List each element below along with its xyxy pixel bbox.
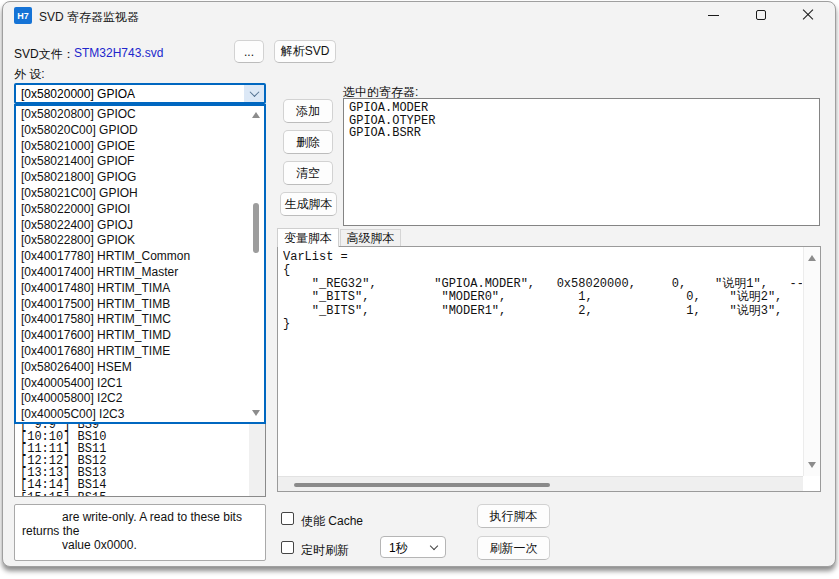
scroll-up-icon[interactable]	[808, 255, 816, 261]
peripheral-option[interactable]: [0x40017400] HRTIM_Master	[16, 265, 248, 281]
register-line: GPIOA.BSRR	[349, 127, 814, 140]
script-line: }	[283, 318, 802, 331]
generate-script-button[interactable]: 生成脚本	[280, 192, 337, 216]
app-icon: H7	[14, 7, 32, 24]
peripheral-selected-value: [0x58020000] GPIOA	[21, 87, 135, 101]
enable-cache-label: 使能 Cache	[301, 513, 363, 530]
script-content: VarList = { "_REG32", "GPIOA.MODER", 0x5…	[283, 251, 802, 475]
add-button[interactable]: 添加	[283, 99, 333, 123]
script-vertical-scrollbar[interactable]	[803, 247, 820, 476]
timed-refresh-checkbox[interactable]	[281, 541, 294, 554]
maximize-button[interactable]	[746, 4, 776, 26]
script-editor[interactable]: VarList = { "_REG32", "GPIOA.MODER", 0x5…	[277, 246, 821, 492]
register-line: GPIOA.MODER	[349, 102, 814, 115]
description-line: are write-only. A read to these bits	[22, 510, 242, 524]
peripheral-option[interactable]: [0x58022800] GPIOK	[16, 233, 248, 249]
scroll-down-icon[interactable]	[252, 410, 260, 416]
minimize-icon	[708, 15, 719, 16]
peripheral-option[interactable]: [0x40017600] HRTIM_TIMD	[16, 328, 248, 344]
bitfield-items: [ 9:9 ] BS9[10:10] BS10[11:11] BS11[12:1…	[20, 419, 106, 497]
minimize-button[interactable]	[698, 4, 728, 26]
script-horizontal-scrollbar[interactable]	[278, 476, 803, 491]
peripheral-option[interactable]: [0x58020800] GPIOC	[16, 107, 248, 123]
peripheral-option[interactable]: [0x40017500] HRTIM_TIMB	[16, 297, 248, 313]
enable-cache-checkbox[interactable]	[281, 512, 294, 525]
clear-button[interactable]: 清空	[283, 161, 333, 185]
script-line: {	[283, 264, 802, 277]
dropdown-scrollbar-thumb[interactable]	[253, 203, 259, 253]
peripheral-dropdown-items: [0x58020800] GPIOC[0x58020C00] GPIOD[0x5…	[16, 107, 248, 423]
peripheral-option[interactable]: [0x40005C00] I2C3	[16, 407, 248, 423]
description-line: value 0x0000.	[22, 538, 242, 552]
peripheral-option[interactable]: [0x58026400] HSEM	[16, 360, 248, 376]
combobox-dropdown-button[interactable]	[244, 85, 264, 102]
browse-button[interactable]: ...	[234, 40, 264, 63]
tab-variable-script[interactable]: 变量脚本	[277, 228, 339, 247]
dropdown-scrollbar[interactable]	[248, 106, 264, 422]
svd-file-name: STM32H743.svd	[74, 46, 163, 60]
scroll-up-icon[interactable]	[252, 112, 260, 118]
bitfield-description-text: are write-only. A read to these bitsretu…	[22, 510, 242, 552]
timed-refresh-label: 定时刷新	[301, 542, 349, 559]
window-title: SVD 寄存器监视器	[39, 9, 139, 26]
peripheral-option[interactable]: [0x40017580] HRTIM_TIMC	[16, 312, 248, 328]
script-horizontal-scrollbar-thumb[interactable]	[294, 483, 550, 487]
maximize-icon	[756, 10, 766, 20]
description-line: returns the	[22, 524, 242, 538]
script-line: "_BITS", "MODER0", 1, 0, "说明2", --_BITS …	[283, 291, 802, 304]
chevron-down-icon	[430, 542, 438, 550]
peripheral-option[interactable]: [0x58021800] GPIOG	[16, 170, 248, 186]
peripheral-option[interactable]: [0x40005800] I2C2	[16, 391, 248, 407]
script-line: "_REG32", "GPIOA.MODER", 0x58020000, 0, …	[283, 278, 802, 291]
peripheral-option[interactable]: [0x58021C00] GPIOH	[16, 186, 248, 202]
peripheral-option[interactable]: [0x58020C00] GPIOD	[16, 123, 248, 139]
app-window: H7 SVD 寄存器监视器 SVD文件： STM32H743.svd ... 解…	[0, 0, 839, 579]
peripheral-option[interactable]: [0x58021000] GPIOE	[16, 139, 248, 155]
run-script-button[interactable]: 执行脚本	[477, 504, 550, 528]
delete-button[interactable]: 删除	[283, 130, 333, 154]
peripheral-dropdown-list: [0x58020800] GPIOC[0x58020C00] GPIOD[0x5…	[14, 104, 266, 424]
peripheral-option[interactable]: [0x58022400] GPIOJ	[16, 218, 248, 234]
app-icon-label: H7	[17, 11, 29, 21]
peripheral-combobox[interactable]: [0x58020000] GPIOA	[14, 83, 266, 104]
bitfield-item[interactable]: [14:14] BS14	[20, 479, 106, 491]
peripheral-option[interactable]: [0x40005400] I2C1	[16, 376, 248, 392]
peripheral-option[interactable]: [0x40017680] HRTIM_TIME	[16, 344, 248, 360]
bitfield-scrollbar[interactable]	[249, 417, 265, 496]
svd-file-label: SVD文件：	[14, 46, 75, 63]
bitfield-item[interactable]: [15:15] BS15	[20, 492, 106, 497]
peripheral-option[interactable]: [0x58021400] GPIOF	[16, 154, 248, 170]
close-button[interactable]	[793, 4, 823, 26]
tab-advanced-script[interactable]: 高级脚本	[340, 229, 401, 247]
interval-selected-value: 1秒	[389, 540, 408, 557]
peripheral-label: 外 设:	[14, 66, 45, 83]
interval-select[interactable]: 1秒	[380, 536, 446, 558]
parse-svd-button[interactable]: 解析SVD	[274, 40, 336, 63]
peripheral-option[interactable]: [0x58022000] GPIOI	[16, 202, 248, 218]
script-line: "_BITS", "MODER1", 2, 1, "说明3",	[283, 305, 802, 318]
bitfield-description-box: are write-only. A read to these bitsretu…	[14, 504, 266, 561]
bitfield-listbox[interactable]: [ 9:9 ] BS9[10:10] BS10[11:11] BS11[12:1…	[14, 416, 266, 497]
script-line: VarList =	[283, 251, 802, 264]
peripheral-option[interactable]: [0x40017780] HRTIM_Common	[16, 249, 248, 265]
scroll-down-icon[interactable]	[808, 462, 816, 468]
selected-registers-lines: GPIOA.MODERGPIOA.OTYPERGPIOA.BSRR	[349, 102, 814, 140]
refresh-once-button[interactable]: 刷新一次	[477, 536, 550, 560]
peripheral-option[interactable]: [0x40017480] HRTIM_TIMA	[16, 281, 248, 297]
chevron-down-icon	[249, 87, 259, 97]
close-icon	[802, 9, 814, 21]
selected-registers-textarea[interactable]: GPIOA.MODERGPIOA.OTYPERGPIOA.BSRR	[343, 98, 820, 226]
